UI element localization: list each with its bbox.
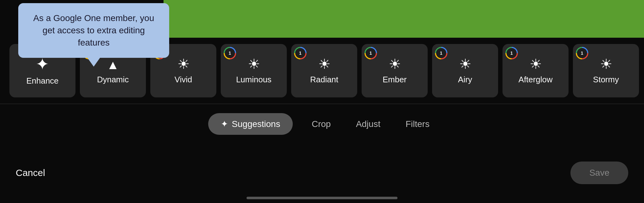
filter-label-ember: Ember: [383, 75, 407, 85]
save-button[interactable]: Save: [570, 162, 628, 184]
tab-suggestions-label: Suggestions: [232, 119, 280, 129]
filter-label-afterglow: Afterglow: [519, 75, 552, 85]
google-one-badge-radiant: 1: [294, 47, 307, 60]
filter-label-stormy: Stormy: [593, 75, 619, 85]
svg-text:1: 1: [510, 51, 513, 56]
google-one-badge-ember: 1: [364, 47, 377, 60]
filter-card-afterglow[interactable]: 1 ☀ Afterglow: [502, 44, 569, 97]
vivid-icon: ☀: [177, 57, 190, 71]
bottom-action-bar: Cancel Save: [0, 162, 644, 184]
filter-label-enhance: Enhance: [26, 76, 59, 86]
filter-card-radiant[interactable]: 1 ☀ Radiant: [291, 44, 357, 97]
filter-card-airy[interactable]: 1 ☀ Airy: [432, 44, 498, 97]
radiant-icon: ☀: [318, 57, 330, 71]
ember-icon: ☀: [389, 57, 401, 71]
svg-text:1: 1: [369, 51, 372, 56]
google-one-badge-luminous: 1: [223, 47, 236, 60]
afterglow-icon: ☀: [530, 57, 542, 71]
filter-label-luminous: Luminous: [236, 75, 272, 85]
tab-adjust-label: Adjust: [356, 119, 380, 129]
filter-card-luminous[interactable]: 1 ☀ Luminous: [221, 44, 287, 97]
home-indicator: [247, 197, 397, 199]
photo-preview: [164, 0, 644, 38]
stormy-icon: ☀: [600, 57, 612, 71]
svg-text:1: 1: [581, 51, 583, 56]
badge-ring-svg: 1: [505, 47, 518, 60]
dynamic-icon: ▲: [107, 58, 119, 71]
svg-text:1: 1: [229, 51, 231, 56]
badge-ring-svg: 1: [223, 47, 236, 60]
tab-suggestions[interactable]: ✦ Suggestions: [208, 113, 293, 135]
tab-crop-label: Crop: [312, 119, 331, 129]
tab-adjust[interactable]: Adjust: [350, 113, 387, 135]
badge-ring-svg: 1: [294, 47, 307, 60]
sparkle-icon: ✦: [221, 119, 228, 129]
svg-text:1: 1: [299, 51, 302, 56]
google-one-badge-afterglow: 1: [505, 47, 518, 60]
tab-bar: ✦ Suggestions Crop Adjust Filters: [0, 113, 644, 135]
badge-ring-svg: 1: [575, 47, 589, 60]
google-one-badge-airy: 1: [435, 47, 448, 60]
filter-label-radiant: Radiant: [310, 75, 338, 85]
filter-card-stormy[interactable]: 1 ☀ Stormy: [573, 44, 639, 97]
tab-filters-label: Filters: [406, 119, 430, 129]
google-one-badge-stormy: 1: [575, 47, 589, 60]
tab-filters[interactable]: Filters: [399, 113, 436, 135]
google-one-tooltip: As a Google One member, you get access t…: [18, 3, 169, 58]
enhance-icon: ✦: [36, 56, 49, 72]
airy-icon: ☀: [459, 57, 471, 71]
badge-ring-svg: 1: [364, 47, 377, 60]
filter-label-vivid: Vivid: [175, 75, 192, 85]
luminous-icon: ☀: [248, 57, 260, 71]
badge-ring-svg: 1: [435, 47, 448, 60]
cancel-button[interactable]: Cancel: [16, 167, 45, 178]
section-divider: [0, 104, 644, 104]
svg-text:1: 1: [440, 51, 442, 56]
tab-crop[interactable]: Crop: [305, 113, 337, 135]
tooltip-text: As a Google One member, you get access t…: [33, 13, 154, 47]
filter-label-dynamic: Dynamic: [97, 75, 129, 85]
filter-card-ember[interactable]: 1 ☀ Ember: [362, 44, 428, 97]
filter-label-airy: Airy: [458, 75, 472, 85]
